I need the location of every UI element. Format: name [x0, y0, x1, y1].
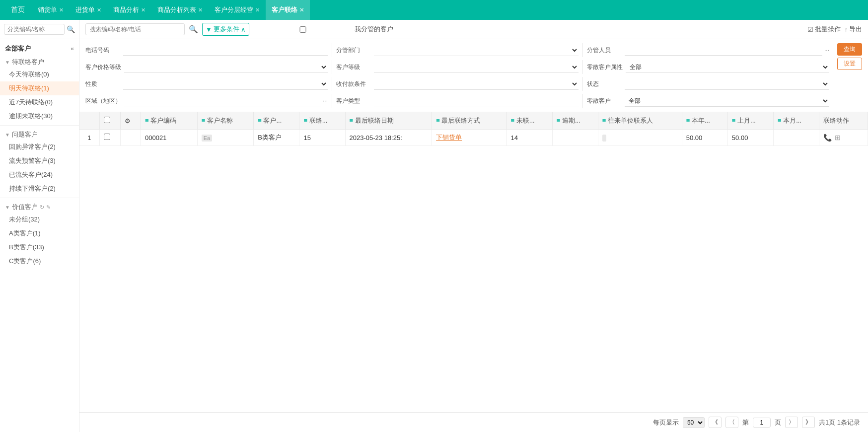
prev-page-btn[interactable]: 〈 [725, 417, 738, 428]
sidebar-item-churn-warning[interactable]: 流失预警客户(3) [0, 154, 79, 168]
filter-payment: 收付款条件 [336, 78, 579, 90]
nav-close-customer-tier[interactable]: ✕ [255, 7, 260, 13]
dots-icon-1[interactable]: ··· [824, 47, 829, 54]
sidebar-item-b-class[interactable]: B类客户(33) [0, 240, 79, 254]
edit-icon[interactable]: ✎ [46, 204, 51, 211]
dots-icon-2[interactable]: ··· [323, 97, 328, 104]
settings-button[interactable]: 设置 [837, 58, 862, 70]
sidebar-item-tomorrow[interactable]: 明天待联络(1) [0, 81, 79, 95]
cell-customer-name[interactable]: Ea [197, 130, 254, 146]
nav-item-customer-tier[interactable]: 客户分层经营 ✕ [209, 0, 266, 20]
label-phone: 电话号码 [85, 46, 120, 55]
col-last-contact-method[interactable]: ≡ 最后联络方式 [432, 112, 506, 130]
sidebar-group-value[interactable]: ▼ 价值客户 ↻ ✎ [0, 200, 79, 213]
sidebar-group-pending[interactable]: ▼ 待联络客户 [0, 55, 79, 68]
select-status[interactable] [625, 78, 829, 90]
sep-7 [332, 94, 332, 108]
filter-customer-type: 客户类型 [336, 96, 579, 106]
nav-item-product-list[interactable]: 商品分析列表 ✕ [151, 0, 209, 20]
select-nature[interactable] [123, 78, 328, 90]
select-price-level[interactable] [124, 62, 328, 73]
nav-close-product-analysis[interactable]: ✕ [141, 7, 145, 13]
input-region[interactable] [124, 96, 321, 106]
nav-close-customer-contact[interactable]: ✕ [299, 7, 304, 13]
refresh-icon[interactable]: ↻ [40, 204, 44, 211]
col-no [79, 112, 99, 130]
label-status: 状态 [587, 80, 622, 88]
input-customer-type[interactable] [374, 96, 579, 106]
input-phone[interactable] [123, 45, 328, 56]
select-all-checkbox[interactable] [104, 117, 110, 123]
col-last-contact-date[interactable]: ≡ 最后联络日期 [345, 112, 432, 130]
col-overdue[interactable]: ≡ 逾期... [552, 112, 598, 130]
select-retail-attr[interactable]: 全部 [626, 62, 829, 73]
sidebar-item-a-class[interactable]: A类客户(1) [0, 226, 79, 240]
col-this-month[interactable]: ≡ 本月... [773, 112, 819, 130]
sidebar-search-icon[interactable]: 🔍 [67, 25, 75, 33]
first-page-btn[interactable]: 《 [709, 417, 722, 428]
sidebar-item-abnormal[interactable]: 回购异常客户(2) [0, 140, 79, 154]
next-page-btn[interactable]: 〉 [785, 417, 798, 428]
col-settings[interactable]: ⚙ [120, 112, 141, 130]
filter-search-icon[interactable]: 🔍 [189, 25, 198, 34]
sidebar-item-declining[interactable]: 持续下滑客户(2) [0, 182, 79, 196]
select-dept[interactable] [374, 45, 579, 56]
contacts-masked [602, 135, 606, 142]
grid-action-icon[interactable]: ⊞ [835, 134, 841, 142]
col-customer-name[interactable]: ≡ 客户名称 [197, 112, 254, 130]
row-checkbox[interactable] [104, 134, 110, 140]
more-conditions-btn[interactable]: ▼ 更多条件 ∧ [202, 23, 249, 36]
cell-unit-contacts [598, 130, 682, 146]
collapse-icon[interactable]: « [71, 45, 74, 52]
nav-item-product-analysis[interactable]: 商品分析 ✕ [107, 0, 151, 20]
col-unit-contacts[interactable]: ≡ 往来单位联系人 [598, 112, 682, 130]
col-customer-code[interactable]: ≡ 客户编码 [141, 112, 198, 130]
filter-icon: ▼ [206, 26, 212, 33]
sidebar-item-churned[interactable]: 已流失客户(24) [0, 168, 79, 182]
export-btn[interactable]: ↑ 导出 [845, 25, 863, 34]
per-page-select[interactable]: 50 [683, 417, 705, 428]
sidebar-item-overdue[interactable]: 逾期未联络(30) [0, 109, 79, 123]
my-customers-checkbox[interactable]: 我分管的客户 [253, 25, 393, 34]
last-page-btn[interactable]: 》 [802, 417, 815, 428]
nav-home[interactable]: 首页 [4, 0, 32, 20]
query-button[interactable]: 查询 [837, 43, 862, 56]
select-payment[interactable] [374, 78, 579, 90]
input-person[interactable] [625, 45, 822, 56]
select-customer-level[interactable] [374, 62, 579, 73]
select-retail[interactable]: 全部 [625, 95, 829, 107]
nav-close-sales[interactable]: ✕ [59, 7, 64, 13]
page-number-input[interactable] [753, 418, 771, 428]
label-retail: 零散客户 [587, 97, 622, 105]
cell-contacts: 15 [299, 130, 345, 146]
label-customer-level: 客户等级 [336, 63, 371, 72]
adv-filter-panel: 电话号码 分管部门 分管人员 [79, 39, 868, 112]
phone-action-icon[interactable]: 📞 [823, 134, 832, 142]
col-this-year[interactable]: ≡ 本年... [682, 112, 727, 130]
nav-close-product-list[interactable]: ✕ [198, 7, 203, 13]
nav-item-customer-contact[interactable]: 客户联络 ✕ [266, 0, 310, 20]
cell-settings [120, 130, 141, 146]
search-input[interactable] [85, 23, 185, 35]
pagination: 每页显示 50 《 〈 第 页 〉 》 共1页 1条记录 [79, 412, 868, 432]
sidebar-group-problem[interactable]: ▼ 问题客户 [0, 128, 79, 140]
nav-close-purchase[interactable]: ✕ [97, 7, 101, 13]
nav-item-purchase[interactable]: 进货单 ✕ [70, 0, 107, 20]
nav-item-sales[interactable]: 销货单 ✕ [32, 0, 70, 20]
sidebar-item-c-class[interactable]: C类客户(6) [0, 254, 79, 268]
sidebar-item-ungrouped[interactable]: 未分组(32) [0, 213, 79, 226]
export-icon: ↑ [845, 26, 848, 33]
col-last-month[interactable]: ≡ 上月... [727, 112, 773, 130]
filter-retail: 零散客户 全部 [587, 95, 829, 107]
sidebar-item-7days[interactable]: 近7天待联络(0) [0, 95, 79, 109]
col-customer-type[interactable]: ≡ 客户... [254, 112, 299, 130]
sidebar-search-input[interactable] [4, 24, 65, 35]
col-contacts[interactable]: ≡ 联络... [299, 112, 345, 130]
contact-method-link[interactable]: 下销货单 [436, 134, 462, 141]
col-not-contacted[interactable]: ≡ 未联... [506, 112, 552, 130]
cell-last-contact-method[interactable]: 下销货单 [432, 130, 506, 146]
sidebar-item-today[interactable]: 今天待联络(0) [0, 68, 79, 81]
sidebar-all-customers[interactable]: 全部客户 « [0, 41, 79, 55]
my-customers-check[interactable] [253, 26, 353, 33]
batch-ops-btn[interactable]: ☑ 批量操作 [807, 25, 841, 34]
